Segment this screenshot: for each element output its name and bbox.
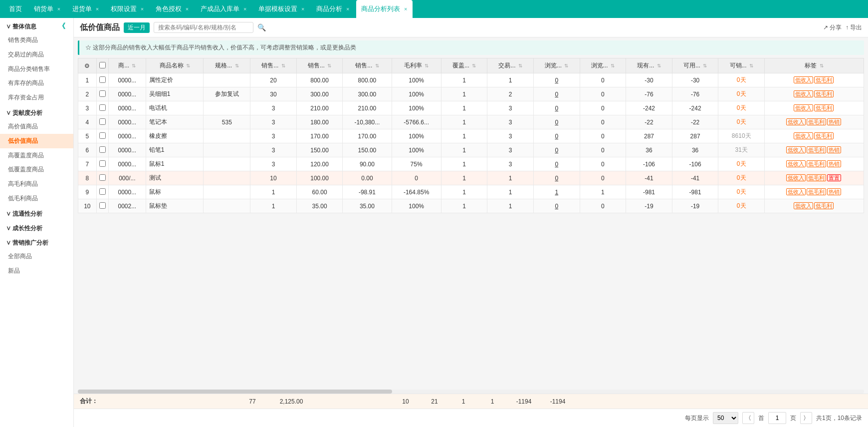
sidebar-item-low-value[interactable]: 低价值商品 [0,134,73,148]
cell-browse1[interactable]: 0 [533,73,580,87]
col-trade[interactable]: 交易... ⇅ [487,58,534,73]
col-saleable[interactable]: 可销... ⇅ [718,58,765,73]
col-spec[interactable]: 规格... ⇅ [204,58,250,73]
cell-browse1[interactable]: 0 [533,115,580,129]
sidebar-item-sales-products[interactable]: 销售类商品 [0,33,73,47]
cell-checkbox[interactable] [96,171,108,185]
table-row: 1 0000... 属性定价 20 800.00 800.00 100% 1 1… [78,73,864,87]
share-btn[interactable]: ↗ 分享 [823,23,842,32]
cell-checkbox[interactable] [96,143,108,157]
sidebar-group-flow[interactable]: ∨ 流通性分析 [0,206,73,220]
cell-checkbox[interactable] [96,101,108,115]
sidebar-item-traded[interactable]: 交易过的商品 [0,47,73,62]
search-input[interactable] [154,22,253,33]
nav-templates[interactable]: 单据模板设置 × [253,0,309,18]
cell-checkbox[interactable] [96,129,108,143]
col-coverage[interactable]: 覆盖... ⇅ [441,58,487,73]
cell-browse1[interactable]: 0 [533,101,580,115]
sidebar-item-high-value[interactable]: 高价值商品 [0,119,73,134]
table-row: 6 0000... 铅笔1 3 150.00 150.00 100% 1 3 0… [78,143,864,157]
sidebar-group-contribution[interactable]: ∨ 贡献度分析 [0,105,73,119]
col-sales-amt[interactable]: 销售... ⇅ [296,58,343,73]
nav-analysis-list[interactable]: 商品分析列表 × [356,0,412,18]
per-page-select[interactable]: 50 100 200 [713,412,738,424]
cell-checkbox[interactable] [96,185,108,199]
export-btn[interactable]: ↑ 导出 [846,23,862,32]
sidebar-item-low-profit[interactable]: 低毛利商品 [0,191,73,206]
col-available[interactable]: 可用... ⇅ [672,58,718,73]
col-checkbox[interactable] [96,58,108,73]
cell-checkbox[interactable] [96,73,108,87]
filter-recent-month-btn[interactable]: 近一月 [124,22,150,33]
cell-browse1[interactable]: 0 [533,157,580,171]
sidebar-group-growth[interactable]: ∨ 成长性分析 [0,220,73,235]
cell-sales-profit: -10,380... [343,115,392,129]
cell-code: 0000... [108,73,146,87]
col-sales-profit[interactable]: 销售... ⇅ [343,58,392,73]
sidebar-item-new-products[interactable]: 新品 [0,264,73,278]
cell-current-stock: 36 [626,143,672,157]
next-page-btn[interactable]: 〉 [800,412,812,424]
nav-permissions[interactable]: 权限设置 × [106,0,149,18]
cell-browse1[interactable]: 0 [533,171,580,185]
scrollbar-thumb[interactable] [78,390,392,394]
data-table: ⚙ 商... ⇅ 商品名称 ⇅ 规格... ⇅ 销售... ⇅ 销售... ⇅ … [78,58,864,213]
nav-home[interactable]: 首页 [4,0,27,18]
col-settings[interactable]: ⚙ [78,58,97,73]
nav-sales[interactable]: 销货单 × [29,0,65,18]
cell-browse1[interactable]: 0 [533,199,580,213]
sidebar-item-low-coverage[interactable]: 低覆盖度商品 [0,162,73,177]
cell-no: 5 [78,129,97,143]
select-all-checkbox[interactable] [99,62,106,68]
col-browse1[interactable]: 浏览... ⇅ [533,58,580,73]
cell-spec [204,101,250,115]
col-sales-qty[interactable]: 销售... ⇅ [250,58,297,73]
cell-sales-qty: 30 [250,87,297,101]
sidebar-item-high-profit[interactable]: 高毛利商品 [0,177,73,191]
table-wrapper[interactable]: ⚙ 商... ⇅ 商品名称 ⇅ 规格... ⇅ 销售... ⇅ 销售... ⇅ … [78,58,864,390]
cell-spec [204,73,250,87]
cell-browse1[interactable]: 0 [533,129,580,143]
cell-gross-rate: 100% [392,87,441,101]
cell-tags: 低收入低毛利 [765,73,864,87]
cell-saleable: 8610天 [718,129,765,143]
cell-trade: 2 [487,87,534,101]
col-gross-rate[interactable]: 毛利率 ⇅ [392,58,441,73]
col-current-stock[interactable]: 现有... ⇅ [626,58,672,73]
cell-checkbox[interactable] [96,199,108,213]
cell-tags: 低收入低毛利 [765,101,864,115]
cell-checkbox[interactable] [96,87,108,101]
cell-browse1[interactable]: 1 [533,185,580,199]
table-row: 7 0000... 鼠标1 3 120.00 90.00 75% 1 3 0 0… [78,157,864,171]
nav-purchase[interactable]: 进货单 × [67,0,104,18]
cell-coverage: 1 [441,143,487,157]
cell-saleable: 31天 [718,143,765,157]
sidebar-group-overall[interactable]: ∨ 整体信息 《 [0,18,73,33]
search-btn[interactable]: 🔍 [257,23,266,31]
sidebar-item-category-rate[interactable]: 商品分类销售率 [0,62,73,76]
cell-browse1[interactable]: 0 [533,143,580,157]
collapse-icon[interactable]: 《 [58,22,65,31]
cell-spec [204,199,250,213]
footer-browse2: 1 [480,398,505,405]
cell-coverage: 1 [441,129,487,143]
col-browse2[interactable]: 浏览... ⇅ [580,58,626,73]
cell-checkbox[interactable] [96,115,108,129]
sidebar-item-capital[interactable]: 库存资金占用 [0,90,73,105]
nav-roles[interactable]: 角色授权 × [151,0,194,18]
first-page-btn[interactable]: 〈 [742,412,754,424]
col-tags[interactable]: 标签 ⇅ [765,58,864,73]
page-number-input[interactable] [768,412,786,424]
cell-checkbox[interactable] [96,157,108,171]
nav-analysis[interactable]: 商品分析 × [311,0,354,18]
sidebar-group-marketing[interactable]: ∨ 营销推广分析 [0,235,73,249]
sidebar-item-all-products[interactable]: 全部商品 [0,249,73,264]
col-name[interactable]: 商品名称 ⇅ [146,58,204,73]
sidebar-item-high-coverage[interactable]: 高覆盖度商品 [0,148,73,163]
cell-browse1[interactable]: 0 [533,87,580,101]
horizontal-scrollbar[interactable] [78,390,864,394]
col-code[interactable]: 商... ⇅ [108,58,146,73]
nav-products-in[interactable]: 产成品入库单 × [196,0,251,18]
alert-bar: ☆ 这部分商品的销售收入大幅低于商品平均销售收入，价值不高，可考虑调整营销策略，… [78,40,864,55]
sidebar-item-stock-products[interactable]: 有库存的商品 [0,76,73,90]
